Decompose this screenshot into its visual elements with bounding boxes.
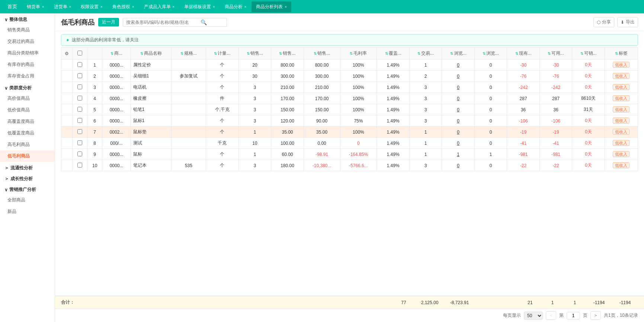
nav-roles[interactable]: 角色授权 × (108, 1, 139, 12)
row-view1[interactable]: 0 (442, 82, 475, 93)
row-checkbox[interactable] (73, 104, 87, 115)
row-view1[interactable]: 0 (442, 115, 475, 127)
search-icon[interactable]: 🔍 (201, 19, 207, 25)
row-checkbox[interactable] (73, 60, 87, 71)
row-checkbox[interactable] (73, 115, 87, 127)
sidebar-item-traded-goods[interactable]: 交易过的商品 (0, 36, 55, 47)
row-check[interactable] (77, 152, 82, 156)
nav-purchase[interactable]: 进货单 × (49, 1, 76, 12)
page-label: 第 (559, 312, 564, 319)
row-current-stock: -22 (507, 160, 540, 171)
row-unit: 个 (206, 82, 239, 93)
col-sales-qty[interactable]: ⇅销售... (238, 48, 271, 60)
col-sales-price[interactable]: ⇅销售... (271, 48, 304, 60)
row-check[interactable] (77, 96, 82, 101)
date-filter-button[interactable]: 近一月 (98, 18, 119, 26)
col-code[interactable]: ⇅商... (102, 48, 131, 60)
nav-template[interactable]: 单据模板设置 × (180, 1, 220, 12)
sidebar-item-high-value[interactable]: 高价值商品 (0, 93, 55, 104)
col-unit[interactable]: ⇅计量... (206, 48, 239, 60)
col-sales-amount[interactable]: ⇅销售... (304, 48, 340, 60)
nav-product-analysis-list[interactable]: 商品分析列表 × (251, 1, 291, 12)
col-view1[interactable]: ⇅浏览... (442, 48, 475, 60)
sidebar-item-high-coverage[interactable]: 高覆盖度商品 (0, 116, 55, 127)
row-settings (61, 138, 73, 149)
row-checkbox[interactable] (73, 71, 87, 82)
page-header: 低毛利商品 近一月 🔍 ⬡ 分享 ⬇ 导出 (55, 13, 644, 31)
col-check[interactable] (73, 48, 87, 60)
row-gross-rate: 100% (340, 82, 377, 93)
footer-sales-amount: -8,723.91 (445, 300, 474, 305)
sidebar-item-low-margin[interactable]: 低毛利商品 (0, 150, 55, 162)
row-view2: 0 (474, 60, 507, 71)
row-view1[interactable]: 0 (442, 60, 475, 71)
row-view1[interactable]: 0 (442, 104, 475, 115)
sidebar-item-high-margin[interactable]: 高毛利商品 (0, 139, 55, 150)
row-sales-qty: 1 (238, 127, 271, 138)
row-view1[interactable]: 0 (442, 93, 475, 104)
sidebar-item-low-coverage[interactable]: 低覆盖度商品 (0, 127, 55, 139)
prev-page-button[interactable]: ＜ (546, 311, 556, 320)
page-number-input[interactable] (567, 312, 580, 319)
row-view1[interactable]: 0 (442, 71, 475, 82)
sidebar-item-low-value[interactable]: 低价值商品 (0, 104, 55, 116)
page-size-select[interactable]: 50 20 100 (524, 312, 543, 320)
row-checkbox[interactable] (73, 82, 87, 93)
col-trade-count[interactable]: ⇅交易... (409, 48, 442, 60)
sidebar-item-category-rate[interactable]: 商品分类助销率 (0, 47, 55, 59)
row-gross-rate: -5766.6... (340, 160, 377, 171)
row-check[interactable] (77, 129, 82, 134)
row-cover-rate: 1.49% (377, 138, 410, 149)
row-checkbox[interactable] (73, 127, 87, 138)
sidebar-item-all-goods[interactable]: 全部商品 (0, 194, 55, 206)
col-name[interactable]: ⇅商品名称 (131, 48, 171, 60)
row-available-stock: 36 (539, 104, 572, 115)
row-check[interactable] (77, 73, 82, 78)
col-current-stock[interactable]: ⇅现有... (507, 48, 540, 60)
nav-sales[interactable]: 销货单 × (22, 1, 49, 12)
row-check[interactable] (77, 163, 82, 168)
check-all[interactable] (77, 51, 82, 55)
row-sales-price: 35.00 (271, 127, 304, 138)
col-gross-rate[interactable]: ⇅毛利率 (340, 48, 377, 60)
col-saleable-stock[interactable]: ⇅可销... (572, 48, 605, 60)
row-check[interactable] (77, 85, 82, 89)
row-view1[interactable]: 1 (442, 149, 475, 160)
row-current-stock: -30 (507, 60, 540, 71)
nav-product-analysis[interactable]: 商品分析 × (220, 1, 251, 12)
row-check[interactable] (77, 107, 82, 112)
sidebar-group-liquidity[interactable]: ＞ 流通性分析 (0, 162, 55, 173)
col-settings[interactable]: ⚙ (61, 48, 73, 60)
col-available-stock[interactable]: ⇅可用... (539, 48, 572, 60)
sidebar-item-capital[interactable]: 库存资金占用 (0, 70, 55, 82)
row-checkbox[interactable] (73, 138, 87, 149)
row-view1[interactable]: 0 (442, 127, 475, 138)
sidebar-group-growth[interactable]: ＞ 成长性分析 (0, 173, 55, 184)
row-check[interactable] (77, 118, 82, 123)
sidebar-group-overall[interactable]: ∨ 整体信息 (0, 13, 55, 24)
col-spec[interactable]: ⇅规格... (171, 48, 206, 60)
sidebar-item-sales-goods[interactable]: 销售类商品 (0, 24, 55, 36)
nav-home[interactable]: 首页 (3, 1, 22, 12)
row-view1[interactable]: 0 (442, 160, 475, 171)
col-tag[interactable]: ⇅标签 (605, 48, 638, 60)
row-check[interactable] (77, 62, 82, 67)
row-checkbox[interactable] (73, 93, 87, 104)
sidebar-group-marketing[interactable]: ∨ 营销推广分析 (0, 184, 55, 194)
nav-permissions[interactable]: 权限设置 × (76, 1, 107, 12)
nav-product-entry[interactable]: 产成品入库单 × (140, 1, 179, 12)
next-page-button[interactable]: ＞ (590, 311, 601, 320)
col-cover-rate[interactable]: ⇅覆盖... (377, 48, 410, 60)
row-checkbox[interactable] (73, 149, 87, 160)
sidebar-item-stock-goods[interactable]: 有库存的商品 (0, 59, 55, 70)
col-view2[interactable]: ⇅浏览... (474, 48, 507, 60)
row-checkbox[interactable] (73, 160, 87, 171)
row-view1[interactable]: 0 (442, 138, 475, 149)
search-input[interactable] (126, 20, 201, 25)
row-check[interactable] (77, 140, 82, 145)
export-button[interactable]: ⬇ 导出 (617, 17, 638, 27)
sidebar-group-cluster[interactable]: ∨ 类群度分析 (0, 82, 55, 93)
sidebar-item-new-goods[interactable]: 新品 (0, 206, 55, 217)
share-button[interactable]: ⬡ 分享 (593, 17, 614, 27)
row-gross-rate: 100% (340, 104, 377, 115)
